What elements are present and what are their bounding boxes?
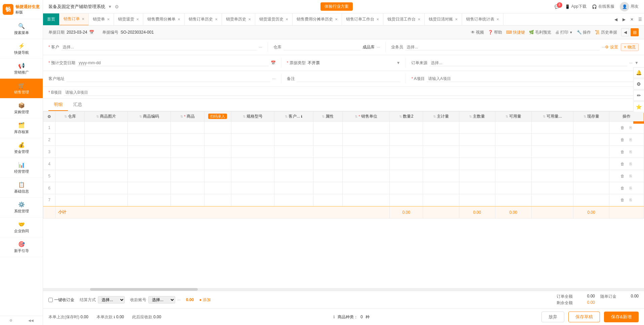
delivery-input[interactable]: [77, 60, 269, 66]
quick-collect-checkbox[interactable]: 一键收订金: [48, 297, 74, 303]
tab-menu-btn[interactable]: ☰: [636, 13, 644, 26]
row-copy-5[interactable]: ⎘: [627, 173, 634, 179]
payment-method-select[interactable]: 选择...: [98, 296, 125, 303]
staff-input[interactable]: [405, 44, 600, 50]
delivery-calendar-icon[interactable]: 📅: [271, 60, 276, 65]
cell-quantity2-2[interactable]: [390, 134, 423, 146]
sidebar-item-purchase[interactable]: 📦 采购管理: [0, 98, 43, 118]
history-action[interactable]: 📜 历史单据: [595, 30, 617, 35]
order-source-dots[interactable]: ···: [629, 60, 633, 65]
tab-sales-workbench[interactable]: 销售订单工作台 ✕: [342, 13, 383, 26]
print-action[interactable]: 🖨 打印 ▼: [555, 30, 573, 35]
cell-spec-1[interactable]: [231, 122, 274, 134]
sidebar-item-guide[interactable]: 🎯 新手引导: [0, 237, 43, 257]
staff-dots[interactable]: ···: [602, 45, 605, 49]
address-input[interactable]: [67, 76, 270, 82]
scroll-bar-thumb[interactable]: [90, 288, 198, 291]
cell-available2-1[interactable]: [531, 122, 573, 134]
tab-detail[interactable]: 明细: [48, 99, 68, 111]
tab-close-refund-history[interactable]: ✕: [286, 17, 288, 21]
sidebar-item-quick-nav[interactable]: ⚡ 快捷导航: [0, 39, 43, 59]
cell-warehouse-2[interactable]: [55, 134, 85, 146]
row-copy-6[interactable]: ⎘: [627, 185, 634, 192]
notification-btn[interactable]: 💬 8: [555, 4, 560, 9]
settings-icon[interactable]: ⚙: [115, 4, 119, 9]
cell-product-img-1[interactable]: [85, 122, 128, 134]
cell-warehouse-3[interactable]: [55, 146, 85, 158]
tab-next-btn[interactable]: ▶: [620, 13, 628, 26]
tab-summary[interactable]: 汇总: [68, 99, 87, 111]
settings-bottom-btn[interactable]: ⚙: [9, 319, 12, 322]
row-copy-7[interactable]: ⎘: [627, 197, 634, 203]
row-delete-5[interactable]: 🗑: [619, 173, 626, 179]
tab-receivable-reconcile[interactable]: 钱货日清对账 ✕: [425, 13, 462, 26]
cell-main-qty-1[interactable]: [459, 122, 495, 134]
cell-available2-2[interactable]: [531, 134, 573, 146]
right-float-btn-4[interactable]: ⭐: [633, 101, 644, 112]
cell-attribute-1[interactable]: [313, 122, 342, 134]
warehouse-input[interactable]: [283, 44, 361, 50]
cell-available-1[interactable]: [495, 122, 532, 134]
operations-action[interactable]: 🔧 操作: [577, 30, 591, 35]
cell-product-1[interactable]: [171, 122, 204, 134]
right-float-btn-3[interactable]: ✏: [633, 90, 644, 101]
row-delete-4[interactable]: 🗑: [619, 161, 626, 167]
save-draft-btn[interactable]: 保存草稿: [568, 312, 600, 322]
sidebar-item-operations[interactable]: 📊 经营管理: [0, 158, 43, 178]
cell-main-unit-2[interactable]: [423, 134, 459, 146]
customer-input[interactable]: [61, 44, 257, 50]
sidebar-item-system[interactable]: ⚙️ 系统管理: [0, 198, 43, 217]
order-source-dropdown-icon[interactable]: ▼: [635, 60, 639, 65]
address-dots[interactable]: ···: [272, 76, 276, 81]
sidebar-item-finance[interactable]: 💰 资金管理: [0, 138, 43, 158]
customer-dots[interactable]: ···: [259, 45, 262, 49]
scan-btn[interactable]: 扫码录入: [208, 114, 227, 119]
tab-close-sales-refund[interactable]: ✕: [136, 17, 139, 21]
tab-close-sales-order[interactable]: ✕: [82, 17, 84, 21]
cell-sales-unit-1[interactable]: [342, 122, 390, 134]
cell-main-qty-2[interactable]: [459, 134, 495, 146]
collect-dots[interactable]: ···: [177, 297, 181, 302]
tab-close-reconcile[interactable]: ✕: [455, 17, 458, 21]
cell-main-unit-1[interactable]: [423, 122, 459, 134]
tab-close-expense-history[interactable]: ✕: [335, 17, 338, 21]
cell-product-img-2[interactable]: [85, 134, 128, 146]
right-float-btn-1[interactable]: 🔔: [633, 67, 644, 78]
cell-product-2[interactable]: [171, 134, 204, 146]
tab-prev-btn[interactable]: ◀: [612, 13, 620, 26]
collect-account-select[interactable]: 选择...: [148, 296, 175, 303]
tab-sales-history[interactable]: 销货单历史 ✕: [222, 13, 255, 26]
dropdown-arrow-icon[interactable]: ▼: [108, 4, 112, 9]
col-scan[interactable]: 扫码录入: [204, 112, 231, 122]
tab-sales-order[interactable]: 销售订单 ✕: [60, 13, 89, 26]
tab-refund-history[interactable]: 销货退货历史 ✕: [255, 13, 293, 26]
row-copy-3[interactable]: ⎘: [627, 149, 634, 155]
user-area[interactable]: 👤 用友: [620, 2, 639, 11]
row-delete-3[interactable]: 🗑: [619, 149, 626, 155]
preview-action[interactable]: 👁 视频: [471, 30, 484, 35]
cell-scan-2[interactable]: [204, 134, 231, 146]
row-delete-6[interactable]: 🗑: [619, 185, 626, 192]
cell-warehouse-1[interactable]: [55, 122, 85, 134]
quick-collect-check[interactable]: [48, 298, 53, 302]
sidebar-item-search[interactable]: 🔍 搜索菜单: [0, 19, 43, 39]
cell-product-code-1[interactable]: [128, 122, 171, 134]
cell-customer-code-2[interactable]: [274, 134, 313, 146]
tab-close-summary[interactable]: ✕: [496, 17, 499, 21]
app-download-btn[interactable]: 📱 App下载: [565, 4, 586, 9]
row-delete-7[interactable]: 🗑: [619, 197, 626, 203]
discard-btn[interactable]: 放弃: [541, 312, 564, 322]
sidebar-item-sales[interactable]: 🛒 销售管理: [0, 79, 43, 98]
tab-home[interactable]: 首页: [43, 13, 60, 26]
invoice-dropdown-icon[interactable]: ▼: [396, 60, 401, 65]
row-copy-1[interactable]: ⎘: [627, 124, 634, 131]
tab-close-all-btn[interactable]: ✕: [628, 13, 636, 26]
tab-close-sales-history[interactable]: ✕: [248, 17, 251, 21]
print-dropdown-icon[interactable]: ▼: [569, 31, 573, 34]
tab-sales-expense[interactable]: 销售费用分摊单 ✕: [143, 13, 185, 26]
online-service-btn[interactable]: 🎧 在线客服: [592, 4, 614, 9]
sidebar-item-marketing[interactable]: 📢 营销推广: [0, 59, 43, 79]
cell-spec-2[interactable]: [231, 134, 274, 146]
a-project-input[interactable]: [427, 76, 639, 82]
tab-close-order-history[interactable]: ✕: [215, 17, 218, 21]
